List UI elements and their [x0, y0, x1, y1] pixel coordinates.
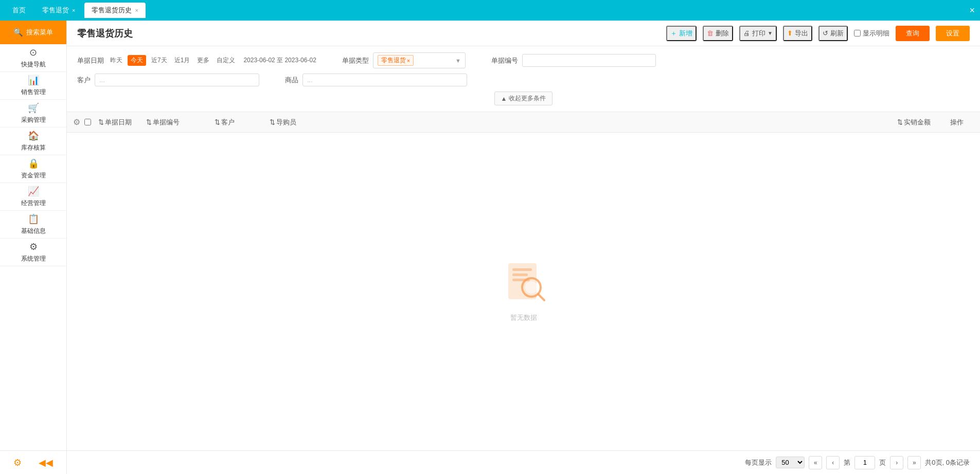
settings-gear-icon[interactable]: ⚙ — [13, 457, 22, 468]
collapse-filter-button[interactable]: ▲ 收起更多条件 — [494, 92, 553, 105]
display-detail-label: 显示明细 — [863, 29, 889, 38]
table-col-guide: ⇅ 导购员 — [270, 118, 296, 127]
last-page-button[interactable]: » — [907, 456, 921, 469]
table-col-customer: ⇅ 客户 — [215, 118, 235, 127]
tab-retail-return-history-close[interactable]: × — [135, 7, 138, 13]
select-all-checkbox[interactable] — [84, 119, 91, 125]
type-select[interactable]: 零售退货 × ▼ — [373, 52, 466, 68]
display-toggle: 显示明细 — [854, 29, 889, 38]
col-guide-sort-icon[interactable]: ⇅ — [270, 118, 275, 126]
date-opt-more[interactable]: 更多 — [195, 55, 211, 66]
operation-icon: 📈 — [28, 186, 39, 197]
table-toolbar: ⚙ ⇅ 单据日期 ⇅ 单据编号 ⇅ 客户 ⇅ 导购员 — [67, 112, 980, 133]
sidebar: 🔍 搜索菜单 ⊙ 快捷导航 📊 销售管理 🛒 采购管理 🏠 库存核算 🔒 — [0, 21, 67, 474]
sidebar-item-purchase[interactable]: 🛒 采购管理 — [0, 100, 66, 127]
goods-filter-input[interactable] — [302, 74, 467, 86]
refresh-button[interactable]: ↺ 刷新 — [818, 26, 848, 41]
sidebar-item-finance[interactable]: 🔒 资金管理 — [0, 155, 66, 183]
print-icon: 🖨 — [743, 29, 750, 37]
number-filter-input[interactable] — [522, 54, 656, 67]
export-icon: ⬆ — [787, 29, 793, 37]
finance-icon: 🔒 — [28, 158, 39, 169]
sidebar-search-button[interactable]: 🔍 搜索菜单 — [0, 21, 66, 44]
query-button[interactable]: 查询 — [896, 26, 930, 41]
system-icon: ⚙ — [29, 241, 38, 252]
print-dropdown-icon: ▼ — [768, 30, 773, 36]
sidebar-item-quick-nav[interactable]: ⊙ 快捷导航 — [0, 44, 66, 72]
new-button[interactable]: ＋ 新增 — [666, 26, 697, 41]
prev-page-button[interactable]: ‹ — [826, 456, 840, 469]
sidebar-item-system[interactable]: ⚙ 系统管理 — [0, 239, 66, 266]
sidebar-item-operation-label: 经营管理 — [21, 199, 46, 208]
filter-row-1: 单据日期 昨天 今天 近7天 近1月 更多 自定义 2023-06-02 至 2… — [77, 52, 970, 68]
filter-item-date: 单据日期 昨天 今天 近7天 近1月 更多 自定义 2023-06-02 至 2… — [77, 55, 316, 66]
type-tag-remove[interactable]: × — [407, 58, 410, 64]
date-opt-7days[interactable]: 近7天 — [149, 55, 169, 66]
svg-line-6 — [538, 294, 544, 300]
date-filter-label: 单据日期 — [77, 56, 104, 65]
delete-button[interactable]: 🗑 删除 — [703, 26, 733, 41]
filter-area: 单据日期 昨天 今天 近7天 近1月 更多 自定义 2023-06-02 至 2… — [67, 46, 980, 112]
basic-icon: 📋 — [28, 213, 39, 225]
goods-filter-label: 商品 — [285, 76, 298, 85]
col-customer-sort-icon[interactable]: ⇅ — [215, 118, 220, 126]
type-tag-label: 零售退货 — [381, 56, 406, 65]
setting-button[interactable]: 设置 — [936, 26, 970, 41]
table-col-op: 操作 — [950, 118, 964, 127]
display-detail-checkbox[interactable] — [854, 30, 861, 37]
tab-retail-return[interactable]: 零售退货 × — [35, 3, 82, 18]
toolbar: ＋ 新增 🗑 删除 🖨 打印 ▼ ⬆ 导出 ↺ 刷新 — [666, 26, 970, 41]
date-range-display: 2023-06-02 至 2023-06-02 — [243, 56, 316, 65]
sidebar-item-inventory[interactable]: 🏠 库存核算 — [0, 127, 66, 155]
inventory-icon: 🏠 — [28, 130, 39, 141]
table-area: ⚙ ⇅ 单据日期 ⇅ 单据编号 ⇅ 客户 ⇅ 导购员 — [67, 112, 980, 450]
tab-retail-return-history-label: 零售退货历史 — [92, 6, 132, 15]
sidebar-item-operation[interactable]: 📈 经营管理 — [0, 183, 66, 211]
date-opt-1month[interactable]: 近1月 — [172, 55, 192, 66]
tab-home[interactable]: 首页 — [5, 3, 33, 18]
window-close-button[interactable]: × — [969, 5, 975, 16]
date-opt-yesterday[interactable]: 昨天 — [108, 55, 124, 66]
sidebar-item-finance-label: 资金管理 — [21, 171, 46, 180]
filter-item-customer: 客户 — [77, 74, 259, 86]
sidebar-item-system-label: 系统管理 — [21, 254, 46, 263]
number-filter-label: 单据编号 — [491, 56, 518, 65]
total-info: 共0页, 0条记录 — [925, 458, 970, 467]
per-page-select[interactable]: 20 50 100 — [776, 457, 805, 468]
audio-icon[interactable]: ◀◀ — [39, 457, 53, 468]
empty-illustration — [498, 261, 549, 307]
quick-nav-icon: ⊙ — [29, 47, 37, 58]
sidebar-item-sales[interactable]: 📊 销售管理 — [0, 72, 66, 100]
filter-item-goods: 商品 — [285, 74, 467, 86]
refresh-icon: ↺ — [823, 29, 828, 37]
sidebar-item-purchase-label: 采购管理 — [21, 116, 46, 124]
export-button[interactable]: ⬆ 导出 — [783, 26, 812, 41]
customer-filter-input[interactable] — [95, 74, 259, 86]
empty-state: 暂无数据 — [67, 133, 980, 450]
col-date-sort-icon[interactable]: ⇅ — [98, 118, 104, 126]
filter-item-number: 单据编号 — [491, 54, 656, 67]
svg-point-5 — [525, 281, 538, 294]
tab-retail-return-history[interactable]: 零售退货历史 × — [84, 3, 145, 18]
sidebar-item-basic[interactable]: 📋 基础信息 — [0, 211, 66, 239]
delete-label: 删除 — [716, 29, 729, 38]
type-tag: 零售退货 × — [378, 55, 414, 66]
table-settings-icon[interactable]: ⚙ — [73, 117, 80, 127]
first-page-button[interactable]: « — [809, 456, 822, 469]
next-page-button[interactable]: › — [890, 456, 903, 469]
collapse-label: 收起更多条件 — [509, 94, 546, 103]
date-opt-custom[interactable]: 自定义 — [215, 55, 237, 66]
col-amount-sort-icon[interactable]: ⇅ — [897, 118, 903, 126]
sidebar-search-label: 搜索菜单 — [26, 28, 53, 37]
col-number-sort-icon[interactable]: ⇅ — [146, 118, 152, 126]
table-col-number: ⇅ 单据编号 — [146, 118, 180, 127]
sidebar-item-inventory-label: 库存核算 — [21, 143, 46, 152]
date-opt-today[interactable]: 今天 — [128, 55, 146, 66]
new-label: 新增 — [679, 29, 692, 38]
per-page-label: 每页显示 — [745, 458, 772, 467]
top-bar: 首页 零售退货 × 零售退货历史 × × — [0, 0, 980, 21]
tab-retail-return-close[interactable]: × — [72, 7, 75, 13]
page-number-input[interactable] — [854, 456, 875, 469]
export-label: 导出 — [795, 29, 808, 38]
print-button[interactable]: 🖨 打印 ▼ — [739, 26, 777, 41]
